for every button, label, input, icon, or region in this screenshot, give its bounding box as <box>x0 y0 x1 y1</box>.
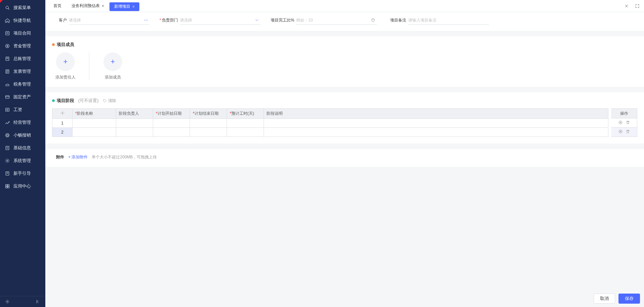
business-icon <box>5 120 10 125</box>
column-stage-name: *阶段名称 <box>73 109 116 119</box>
help-icon[interactable] <box>371 18 375 22</box>
remark-input[interactable] <box>408 18 489 22</box>
sidebar-item-label: 小畅报销 <box>13 132 31 138</box>
column-gear[interactable] <box>52 109 73 119</box>
section-title-text: 附件 <box>56 154 64 160</box>
svg-point-15 <box>6 134 9 137</box>
sidebar-item-basicinfo[interactable]: 基础信息 <box>0 142 45 154</box>
tab-new-project[interactable]: 新增项目 × <box>109 2 139 11</box>
tax-icon <box>5 82 10 87</box>
sidebar-item-business[interactable]: 经营管理 <box>0 116 45 129</box>
field-customer: 客户 ⋯ <box>52 15 149 25</box>
sidebar-item-ledger[interactable]: 总账管理 <box>0 52 45 65</box>
cell-desc[interactable] <box>264 119 608 128</box>
sidebar-item-label: 经营管理 <box>13 119 31 125</box>
more-icon[interactable]: ⋯ <box>144 18 148 22</box>
sidebar-item-expense[interactable]: 小畅报销 <box>0 129 45 142</box>
tab-home[interactable]: 首页 <box>49 0 66 12</box>
sidebar-item-search[interactable]: 搜索菜单 <box>0 1 45 14</box>
column-end-date: *计划结束日期 <box>190 109 227 119</box>
sidebar-item-system[interactable]: 系统管理 <box>0 154 45 167</box>
cell-owner[interactable] <box>116 128 153 137</box>
divider <box>89 52 89 80</box>
add-row-icon[interactable] <box>618 129 623 135</box>
tab-profit-estimate[interactable]: 业务利润预估表 × <box>67 0 109 12</box>
row-index: 1 <box>52 119 73 128</box>
ledger-icon <box>5 56 10 61</box>
sidebar-item-label: 固定资产 <box>13 94 31 100</box>
add-attachment-link[interactable]: + 添加附件 <box>68 154 88 160</box>
delete-row-icon[interactable] <box>626 120 630 126</box>
close-all-icon[interactable] <box>623 2 631 10</box>
fullscreen-icon[interactable] <box>633 2 641 10</box>
dept-input[interactable] <box>180 18 261 22</box>
sidebar: 搜索菜单 快捷导航 项目合同 资金管理 总账管理 发票管理 <box>0 0 45 307</box>
save-button[interactable]: 保存 <box>618 294 640 304</box>
sidebar-item-invoice[interactable]: 发票管理 <box>0 65 45 78</box>
collapse-icon[interactable] <box>35 299 41 304</box>
sidebar-item-asset[interactable]: 固定资产 <box>0 91 45 103</box>
cell-name[interactable] <box>73 128 116 137</box>
form-row: 客户 ⋯ *负责部门 项目完工比% <box>45 12 644 31</box>
svg-point-30 <box>373 21 373 21</box>
add-owner: + 添加责任人 <box>52 52 79 80</box>
cell-days[interactable] <box>227 119 264 128</box>
invoice-icon <box>5 69 10 74</box>
cell-end[interactable] <box>190 119 227 128</box>
svg-point-31 <box>62 112 63 114</box>
column-stage-owner: 阶段负责人 <box>116 109 153 119</box>
customer-input[interactable] <box>69 18 149 22</box>
svg-point-19 <box>7 160 8 161</box>
bullet-icon <box>52 99 55 102</box>
cell-name[interactable] <box>73 119 116 128</box>
home-icon <box>5 18 10 23</box>
svg-rect-2 <box>6 32 9 35</box>
sidebar-item-quicknav[interactable]: 快捷导航 <box>0 14 45 27</box>
tab-label: 业务利润预估表 <box>72 3 100 9</box>
cell-days[interactable] <box>227 128 264 137</box>
sidebar-item-salary[interactable]: 工资 <box>0 103 45 116</box>
delete-row-icon[interactable] <box>626 129 630 135</box>
svg-rect-24 <box>8 187 9 188</box>
percent-input[interactable] <box>296 18 377 22</box>
section-title-text: 项目阶段 <box>57 98 74 104</box>
sidebar-item-label: 基础信息 <box>13 145 31 151</box>
close-icon[interactable]: × <box>132 4 135 9</box>
add-row-icon[interactable] <box>618 120 623 126</box>
section-attachment: 附件 + 添加附件 单个大小不超过200MB，可拖拽上传 <box>45 149 644 167</box>
footer-actions: 取消 保存 <box>594 294 640 304</box>
svg-rect-23 <box>6 187 7 188</box>
sidebar-item-appcenter[interactable]: 应用中心 <box>0 180 45 193</box>
guide-icon <box>5 171 10 176</box>
svg-point-14 <box>7 109 8 110</box>
sidebar-item-label: 搜索菜单 <box>13 5 31 11</box>
sidebar-item-funds[interactable]: 资金管理 <box>0 40 45 52</box>
cancel-button[interactable]: 取消 <box>594 294 615 304</box>
stage-table: *阶段名称 阶段负责人 *计划开始日期 *计划结束日期 *预计工时(天) 阶段说… <box>52 108 608 137</box>
clear-link[interactable]: 清除 <box>103 98 116 104</box>
svg-rect-16 <box>6 146 9 150</box>
settings-icon[interactable] <box>5 299 10 304</box>
search-icon <box>5 5 10 10</box>
cell-owner[interactable] <box>116 119 153 128</box>
close-icon[interactable]: × <box>102 4 104 8</box>
sidebar-item-guide[interactable]: 新手引导 <box>0 167 45 180</box>
sidebar-item-label: 项目合同 <box>13 30 31 36</box>
cell-desc[interactable] <box>264 128 608 137</box>
cell-start[interactable] <box>153 128 190 137</box>
svg-rect-13 <box>6 108 9 111</box>
add-owner-button[interactable]: + <box>56 52 75 71</box>
chevron-down-icon[interactable] <box>255 18 259 22</box>
add-member-button[interactable]: + <box>103 52 122 71</box>
stage-ops-column: 操作 <box>611 108 637 137</box>
sidebar-item-label: 发票管理 <box>13 68 31 74</box>
attachment-hint: 单个大小不超过200MB，可拖拽上传 <box>92 154 157 160</box>
sidebar-item-tax[interactable]: 税务管理 <box>0 78 45 91</box>
sidebar-item-project[interactable]: 项目合同 <box>0 27 45 40</box>
sidebar-item-label: 快捷导航 <box>13 17 31 23</box>
sidebar-item-label: 应用中心 <box>13 183 31 189</box>
field-label: 客户 <box>52 17 67 23</box>
info-icon <box>5 145 10 151</box>
cell-start[interactable] <box>153 119 190 128</box>
cell-end[interactable] <box>190 128 227 137</box>
